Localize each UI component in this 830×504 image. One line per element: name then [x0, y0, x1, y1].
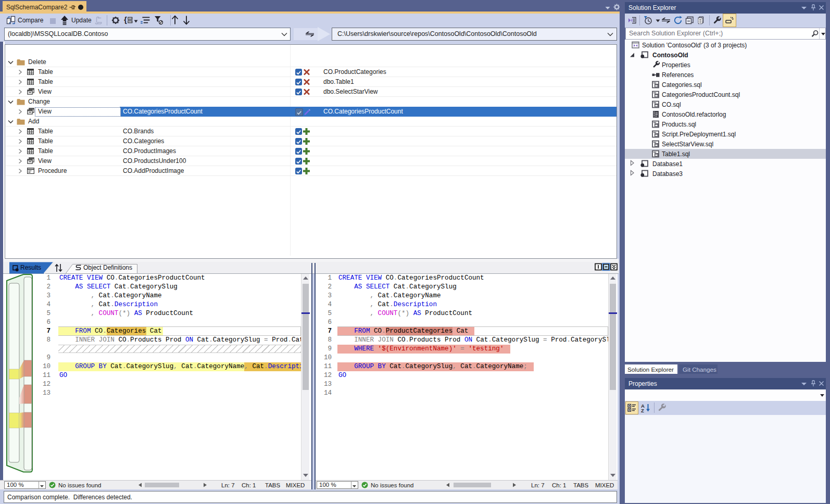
svg-text:Z: Z	[641, 408, 644, 413]
